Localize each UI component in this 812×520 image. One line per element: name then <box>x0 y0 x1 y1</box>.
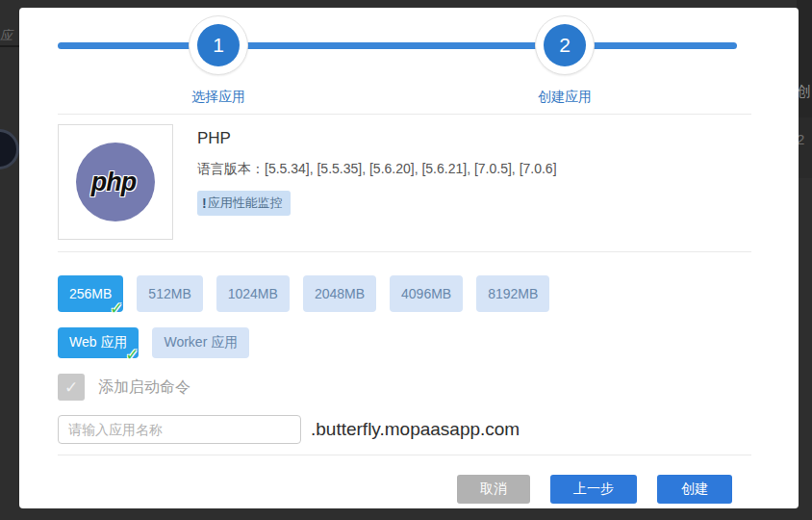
php-logo-text: php <box>91 168 140 197</box>
memory-option-1024mb[interactable]: 1024MB <box>216 275 290 312</box>
app-name-title: PHP <box>197 129 557 148</box>
php-logo-icon: php <box>76 143 155 221</box>
start-command-label: 添加启动命令 <box>98 377 190 398</box>
cancel-button[interactable]: 取消 <box>457 475 530 504</box>
app-versions-line: 语言版本：[5.5.34], [5.5.35], [5.6.20], [5.6.… <box>197 161 557 178</box>
domain-suffix-label: .butterfly.mopaasapp.com <box>311 419 520 440</box>
step-2-label: 创建应用 <box>497 89 632 106</box>
start-command-checkbox[interactable]: ✓ <box>58 374 85 401</box>
app-logo-card: php <box>58 124 173 240</box>
wizard-stepper: 1 2 选择应用 创建应用 <box>19 8 799 114</box>
app-name-input[interactable] <box>58 415 301 444</box>
type-option-web[interactable]: Web 应用 ✓ <box>58 327 139 358</box>
stepper-track <box>58 42 737 49</box>
app-type-options-row: Web 应用 ✓ Worker 应用 <box>19 327 799 358</box>
app-info: PHP 语言版本：[5.5.34], [5.5.35], [5.6.20], [… <box>173 124 557 240</box>
type-option-worker[interactable]: Worker 应用 <box>152 327 249 358</box>
background-text-remnant-1: 创 <box>797 83 812 101</box>
step-1-node[interactable]: 1 <box>189 15 248 75</box>
apm-monitor-badge: ! 应用性能监控 <box>197 191 291 216</box>
apm-badge-icon: ! <box>202 195 207 211</box>
background-text-remnant-2: 2 <box>797 131 810 147</box>
memory-option-8192mb[interactable]: 8192MB <box>476 275 549 312</box>
selected-check-icon: ✓ <box>110 299 123 319</box>
divider-middle <box>58 251 751 252</box>
start-command-row: ✓ 添加启动命令 <box>19 369 799 405</box>
step-1-label: 选择应用 <box>151 89 286 106</box>
memory-option-256mb[interactable]: 256MB ✓ <box>58 275 123 312</box>
background-tab-remnant: 应 <box>0 27 15 42</box>
checkbox-check-icon: ✓ <box>64 377 78 398</box>
create-button[interactable]: 创建 <box>657 475 732 504</box>
apm-badge-label: 应用性能监控 <box>208 195 283 212</box>
memory-options-row: 256MB ✓ 512MB 1024MB 2048MB 4096MB 8192M… <box>19 275 799 312</box>
step-2-node[interactable]: 2 <box>535 15 595 75</box>
memory-option-512mb[interactable]: 512MB <box>137 275 202 312</box>
background-avatar-remnant <box>0 129 19 169</box>
selected-app-summary: php PHP 语言版本：[5.5.34], [5.5.35], [5.6.20… <box>19 115 799 251</box>
memory-option-2048mb[interactable]: 2048MB <box>303 275 376 312</box>
selected-check-icon: ✓ <box>125 345 139 365</box>
previous-step-button[interactable]: 上一步 <box>550 475 637 504</box>
dialog-footer: 取消 上一步 创建 <box>19 455 799 504</box>
memory-option-4096mb[interactable]: 4096MB <box>390 275 463 312</box>
background-tab-underline <box>0 45 19 47</box>
create-app-dialog: 1 2 选择应用 创建应用 php PHP 语言版本：[5.5.34], [5.… <box>19 8 799 508</box>
background-panel-remnant-2 <box>797 117 812 178</box>
step-1-circle: 1 <box>197 24 240 66</box>
step-2-circle: 2 <box>544 24 586 66</box>
app-name-row: .butterfly.mopaasapp.com <box>19 414 799 445</box>
